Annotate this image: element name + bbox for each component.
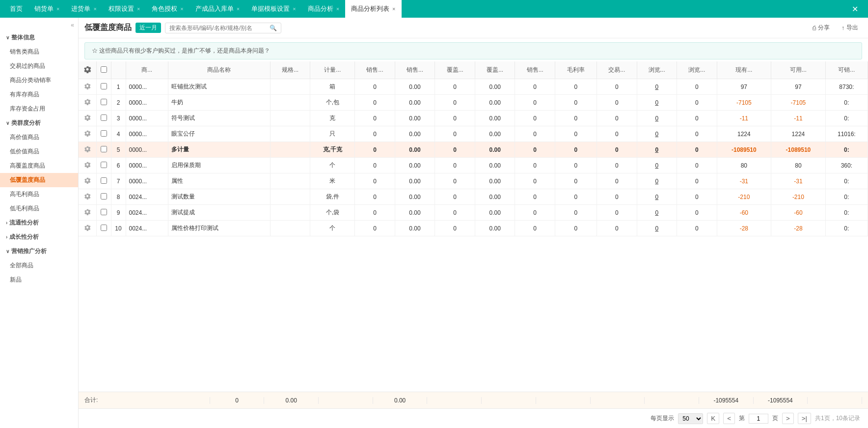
sidebar-section-overall[interactable]: ∨ 整体信息: [0, 30, 78, 45]
period-badge[interactable]: 近一月: [136, 23, 161, 33]
row-gross-rate: 0: [555, 205, 597, 221]
page-first-button[interactable]: K: [707, 413, 719, 424]
row-browse1[interactable]: 0: [637, 189, 677, 205]
row-index: 2: [111, 95, 126, 111]
nav-item-product-warehouse[interactable]: 产成品入库单 ×: [190, 0, 245, 18]
nav-item-home[interactable]: 首页: [4, 0, 28, 18]
row-checkbox[interactable]: [96, 158, 111, 173]
row-browse2: 0: [677, 205, 717, 221]
row-checkbox[interactable]: [96, 142, 111, 158]
nav-close-permissions[interactable]: ×: [137, 6, 140, 12]
row-settings[interactable]: [79, 142, 96, 158]
th-code: 商...: [126, 61, 168, 79]
page-size-select[interactable]: 50 10 20 100: [678, 413, 703, 424]
sidebar-section-circulation[interactable]: › 流通性分析: [0, 216, 78, 230]
nav-item-roles[interactable]: 角色授权 ×: [146, 0, 189, 18]
th-select-all[interactable]: [96, 61, 111, 79]
row-browse1[interactable]: 0: [637, 142, 677, 158]
row-checkbox[interactable]: [96, 111, 111, 126]
row-browse1[interactable]: 0: [637, 126, 677, 142]
row-index: 1: [111, 79, 126, 95]
nav-close-product-warehouse[interactable]: ×: [237, 6, 240, 12]
nav-close-analysis[interactable]: ×: [336, 6, 339, 12]
sidebar-item-category-rate[interactable]: 商品分类动销率: [0, 73, 78, 87]
row-settings[interactable]: [79, 189, 96, 205]
nav-item-permissions[interactable]: 权限设置 ×: [103, 0, 146, 18]
page-label-after: 页: [772, 414, 778, 423]
sidebar-item-new-goods[interactable]: 新品: [0, 273, 78, 287]
select-all-checkbox[interactable]: [101, 66, 107, 73]
sidebar-section-marketing[interactable]: ∨ 营销推广分析: [0, 244, 78, 258]
row-browse1[interactable]: 0: [637, 111, 677, 126]
row-checkbox[interactable]: [96, 205, 111, 221]
row-settings[interactable]: [79, 126, 96, 142]
row-settings[interactable]: [79, 95, 96, 111]
row-sales-count: 0: [515, 79, 555, 95]
row-settings[interactable]: [79, 111, 96, 126]
page-next-button[interactable]: >: [782, 413, 794, 424]
sidebar-collapse-button[interactable]: «: [0, 18, 78, 30]
search-input[interactable]: [169, 25, 268, 31]
th-settings[interactable]: [79, 61, 96, 79]
sidebar-item-all-goods[interactable]: 全部商品: [0, 258, 78, 273]
row-checkbox[interactable]: [96, 189, 111, 205]
row-index: 6: [111, 158, 126, 173]
row-settings[interactable]: [79, 221, 96, 236]
nav-close-purchase[interactable]: ×: [93, 6, 96, 12]
sidebar-item-stock-fund[interactable]: 库存资金占用: [0, 102, 78, 116]
sidebar-item-high-value[interactable]: 高价值商品: [0, 130, 78, 144]
sidebar-item-in-stock[interactable]: 有库存商品: [0, 87, 78, 102]
row-index: 3: [111, 111, 126, 126]
nav-close-sales[interactable]: ×: [56, 6, 59, 12]
nav-close-template[interactable]: ×: [293, 6, 296, 12]
row-coverage2: 0.00: [475, 173, 515, 189]
row-browse1[interactable]: 0: [637, 173, 677, 189]
sidebar-section-cluster[interactable]: ∨ 类群度分析: [0, 116, 78, 130]
page-last-button[interactable]: >|: [798, 413, 811, 424]
sidebar-item-low-value[interactable]: 低价值商品: [0, 144, 78, 159]
sidebar-section-growth[interactable]: › 成长性分析: [0, 230, 78, 244]
page-prev-button[interactable]: <: [723, 413, 735, 424]
row-checkbox[interactable]: [96, 221, 111, 236]
nav-item-analysis-list[interactable]: 商品分析列表 ×: [345, 0, 401, 18]
nav-close-roles[interactable]: ×: [180, 6, 183, 12]
row-code: 0024...: [126, 221, 168, 236]
sidebar-item-low-margin[interactable]: 低毛利商品: [0, 201, 78, 216]
page-number-input[interactable]: [749, 414, 768, 424]
row-browse1[interactable]: 0: [637, 205, 677, 221]
row-browse1[interactable]: 0: [637, 221, 677, 236]
search-icon[interactable]: 🔍: [270, 25, 277, 31]
row-current-stock: -7105: [717, 95, 771, 111]
row-sellable: 11016:: [825, 126, 868, 142]
export-button[interactable]: ↑ 导出: [838, 22, 862, 34]
row-checkbox[interactable]: [96, 173, 111, 189]
row-browse1[interactable]: 0: [637, 95, 677, 111]
row-coverage1: 0: [435, 142, 475, 158]
row-settings[interactable]: [79, 173, 96, 189]
sidebar-item-sales-goods[interactable]: 销售类商品: [0, 45, 78, 59]
row-browse1[interactable]: 0: [637, 79, 677, 95]
nav-item-purchase[interactable]: 进货单 ×: [65, 0, 102, 18]
nav-close-analysis-list[interactable]: ×: [392, 6, 395, 12]
sidebar-item-high-margin[interactable]: 高毛利商品: [0, 187, 78, 201]
row-sales-qty: 0: [355, 189, 395, 205]
nav-item-template[interactable]: 单据模板设置 ×: [245, 0, 301, 18]
sidebar-item-high-coverage[interactable]: 高覆盖度商品: [0, 159, 78, 173]
row-sales-count: 0: [515, 205, 555, 221]
row-checkbox[interactable]: [96, 126, 111, 142]
row-browse1[interactable]: 0: [637, 158, 677, 173]
row-spec: [270, 189, 310, 205]
sidebar-item-traded-goods[interactable]: 交易过的商品: [0, 59, 78, 73]
window-close-button[interactable]: ✕: [846, 4, 864, 14]
row-settings[interactable]: [79, 158, 96, 173]
share-button[interactable]: ⎙ 分享: [809, 22, 834, 34]
th-current-stock: 现有...: [717, 61, 771, 79]
row-settings[interactable]: [79, 79, 96, 95]
nav-item-sales[interactable]: 销货单 ×: [28, 0, 65, 18]
arrow-icon-2: ∨: [6, 120, 9, 126]
sidebar-item-low-coverage[interactable]: 低覆盖度商品: [0, 173, 78, 187]
row-settings[interactable]: [79, 205, 96, 221]
row-checkbox[interactable]: [96, 95, 111, 111]
row-checkbox[interactable]: [96, 79, 111, 95]
nav-item-analysis[interactable]: 商品分析 ×: [302, 0, 345, 18]
